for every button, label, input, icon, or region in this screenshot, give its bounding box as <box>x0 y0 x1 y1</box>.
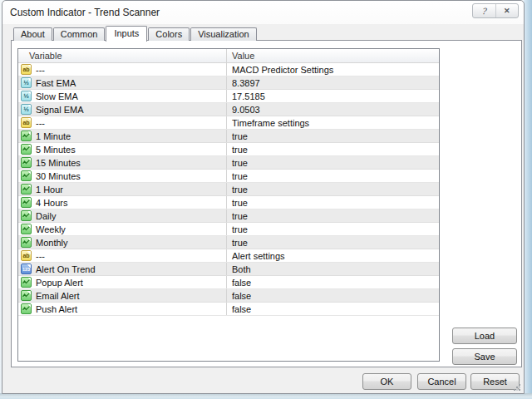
value-label: true <box>232 238 248 248</box>
variable-label: Fast EMA <box>36 78 76 88</box>
row-value-cell[interactable]: 9.0503 <box>226 103 439 116</box>
table-row[interactable]: 15 Minutes true <box>18 156 439 170</box>
row-value-cell[interactable]: true <box>226 170 439 182</box>
row-variable-cell: Daily <box>18 209 226 222</box>
variable-label: Monthly <box>36 238 68 248</box>
table-row[interactable]: 1 Minute true <box>18 130 439 143</box>
value-label: 8.3897 <box>232 78 260 88</box>
row-variable-cell: 15 Minutes <box>18 156 226 169</box>
double-icon: ½ <box>21 91 32 101</box>
variable-label: 30 Minutes <box>36 171 81 181</box>
column-header-value[interactable]: Value <box>226 49 439 62</box>
dialog-window: Custom Indicator - Trend Scanner ? ✕ Abo… <box>2 0 525 394</box>
bool-icon <box>21 303 32 314</box>
row-value-cell[interactable]: 17.5185 <box>226 90 439 102</box>
table-row[interactable]: Daily true <box>18 209 439 223</box>
variable-label: Alert On Trend <box>36 264 96 274</box>
table-row[interactable]: ½ Signal EMA 9.0503 <box>18 103 439 116</box>
value-label: true <box>232 211 248 221</box>
row-value-cell[interactable]: true <box>226 236 439 249</box>
table-row[interactable]: Monthly true <box>18 236 439 249</box>
variable-label: Slow EMA <box>36 91 78 101</box>
row-variable-cell: Weekly <box>18 223 226 235</box>
bool-icon <box>21 290 32 301</box>
row-value-cell[interactable]: true <box>226 183 439 195</box>
table-row[interactable]: 30 Minutes true <box>18 170 439 183</box>
table-row[interactable]: ½ Slow EMA 17.5185 <box>18 90 439 103</box>
row-value-cell[interactable]: true <box>226 143 439 155</box>
resize-grip[interactable] <box>513 383 521 392</box>
value-label: Both <box>232 264 251 274</box>
variable-label: Email Alert <box>36 291 80 301</box>
variable-label: Push Alert <box>36 304 77 314</box>
window-title: Custom Indicator - Trend Scanner <box>10 7 160 18</box>
ok-button[interactable]: OK <box>362 373 411 390</box>
variable-label: Daily <box>36 211 56 221</box>
table-row[interactable]: ab --- Timeframe settings <box>18 116 439 130</box>
row-value-cell[interactable]: Both <box>226 263 439 275</box>
row-variable-cell: Push Alert <box>18 303 226 315</box>
row-value-cell[interactable]: true <box>226 196 439 209</box>
variable-label: Weekly <box>36 224 66 234</box>
value-label: 9.0503 <box>232 105 260 115</box>
bool-icon <box>21 210 32 221</box>
variable-label: --- <box>36 65 45 75</box>
tab-colors[interactable]: Colors <box>148 27 190 41</box>
close-icon[interactable]: ✕ <box>496 4 519 17</box>
screen: Custom Indicator - Trend Scanner ? ✕ Abo… <box>0 0 532 399</box>
row-variable-cell: Popup Alert <box>18 276 226 288</box>
bool-icon <box>21 144 32 155</box>
row-value-cell[interactable]: Alert settings <box>226 249 439 262</box>
cancel-button[interactable]: Cancel <box>417 373 466 390</box>
table-row[interactable]: 4 Hours true <box>18 196 439 209</box>
table-row[interactable]: ab --- Alert settings <box>18 249 439 263</box>
row-value-cell[interactable]: 8.3897 <box>226 76 439 89</box>
title-bar: Custom Indicator - Trend Scanner ? ✕ <box>2 1 524 24</box>
row-value-cell[interactable]: false <box>226 303 439 315</box>
row-value-cell[interactable]: true <box>226 130 439 142</box>
table-row[interactable]: 1 Hour true <box>18 183 439 196</box>
table-row[interactable]: 123 Alert On Trend Both <box>18 263 439 276</box>
row-variable-cell: ½ Signal EMA <box>18 103 226 116</box>
variable-label: Popup Alert <box>36 278 83 288</box>
bool-icon <box>21 197 32 208</box>
help-icon[interactable]: ? <box>473 4 496 17</box>
row-variable-cell: 4 Hours <box>18 196 226 209</box>
tab-inputs[interactable]: Inputs <box>106 26 147 42</box>
column-header-variable[interactable]: Variable <box>18 49 226 62</box>
row-variable-cell: 30 Minutes <box>18 170 226 182</box>
row-value-cell[interactable]: true <box>226 223 439 235</box>
variable-label: --- <box>36 251 45 261</box>
variable-label: 5 Minutes <box>36 145 76 155</box>
row-value-cell[interactable]: false <box>226 289 439 302</box>
bool-icon <box>21 224 32 234</box>
load-button[interactable]: Load <box>452 328 517 344</box>
variable-label: Signal EMA <box>36 105 83 115</box>
row-value-cell[interactable]: true <box>226 209 439 222</box>
bool-icon <box>21 184 32 195</box>
row-variable-cell: 1 Hour <box>18 183 226 195</box>
tab-about[interactable]: About <box>13 27 52 41</box>
value-label: false <box>232 304 251 314</box>
row-value-cell[interactable]: Timeframe settings <box>226 116 439 129</box>
bool-icon <box>21 131 32 141</box>
table-row[interactable]: Email Alert false <box>18 289 439 303</box>
tab-common[interactable]: Common <box>53 27 106 41</box>
table-row[interactable]: Weekly true <box>18 223 439 236</box>
table-row[interactable]: Push Alert false <box>18 303 439 316</box>
variable-label: 15 Minutes <box>36 158 81 168</box>
value-label: MACD Predictor Settings <box>232 65 333 75</box>
table-row[interactable]: ab --- MACD Predictor Settings <box>18 63 439 76</box>
table-row[interactable]: 5 Minutes true <box>18 143 439 156</box>
save-button[interactable]: Save <box>452 348 517 365</box>
value-label: true <box>232 185 248 195</box>
row-value-cell[interactable]: MACD Predictor Settings <box>226 63 439 76</box>
table-row[interactable]: Popup Alert false <box>18 276 439 289</box>
string-icon: ab <box>21 117 32 128</box>
row-value-cell[interactable]: false <box>226 276 439 288</box>
table-row[interactable]: ½ Fast EMA 8.3897 <box>18 76 439 90</box>
tab-visualization[interactable]: Visualization <box>190 27 257 41</box>
desktop-background-right <box>524 0 532 399</box>
row-value-cell[interactable]: true <box>226 156 439 169</box>
row-variable-cell: 123 Alert On Trend <box>18 263 226 275</box>
